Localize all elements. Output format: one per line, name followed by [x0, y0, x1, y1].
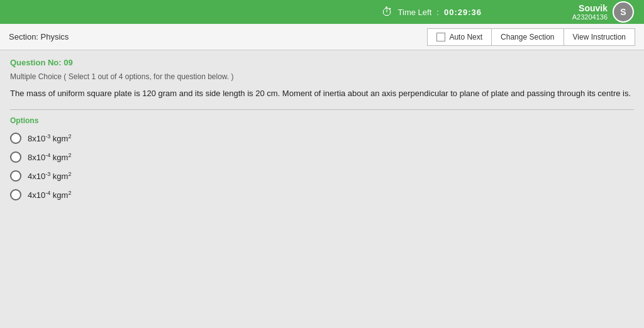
- main-content: Question No: 09 Multiple Choice ( Select…: [0, 50, 644, 328]
- option-text-4: 4x10-4 kgm2: [28, 190, 71, 200]
- auto-next-button[interactable]: Auto Next: [427, 28, 492, 46]
- options-container: 8x10-3 kgm28x10-4 kgm24x10-3 kgm24x10-4 …: [10, 133, 634, 200]
- question-type: Multiple Choice ( Select 1 out of 4 opti…: [10, 72, 634, 81]
- question-number: Question No: 09: [10, 58, 634, 67]
- change-section-button[interactable]: Change Section: [492, 28, 564, 46]
- option-item-4[interactable]: 4x10-4 kgm2: [10, 189, 634, 200]
- divider: [10, 109, 634, 110]
- radio-button-2[interactable]: [10, 151, 21, 163]
- user-name: Souvik: [572, 3, 608, 13]
- option-text-2: 8x10-4 kgm2: [28, 152, 71, 162]
- radio-button-4[interactable]: [10, 189, 21, 200]
- timer-separator: :: [436, 8, 439, 17]
- avatar: S: [613, 1, 634, 23]
- timer-section: ⏱ Time Left : 00:29:36: [291, 6, 572, 19]
- timer-value: 00:29:36: [444, 8, 482, 17]
- user-id: A23204136: [572, 13, 608, 21]
- top-header: ⏱ Time Left : 00:29:36 Souvik A23204136 …: [0, 0, 644, 24]
- view-instruction-button[interactable]: View Instruction: [564, 28, 636, 46]
- section-label: Section: Physics: [9, 32, 69, 41]
- timer-label: Time Left: [398, 8, 432, 17]
- section-bar: Section: Physics Auto Next Change Sectio…: [0, 24, 644, 50]
- auto-next-checkbox[interactable]: [436, 33, 445, 41]
- option-text-1: 8x10-3 kgm2: [28, 133, 71, 143]
- question-text: The mass of uniform square plate is 120 …: [10, 87, 634, 101]
- user-section: Souvik A23204136 S: [572, 1, 634, 23]
- option-text-3: 4x10-3 kgm2: [28, 171, 71, 181]
- options-label: Options: [10, 116, 634, 125]
- option-item-1[interactable]: 8x10-3 kgm2: [10, 133, 634, 144]
- auto-next-label: Auto Next: [449, 33, 482, 41]
- timer-icon: ⏱: [382, 6, 393, 19]
- radio-button-3[interactable]: [10, 170, 21, 182]
- radio-button-1[interactable]: [10, 133, 21, 144]
- option-item-3[interactable]: 4x10-3 kgm2: [10, 170, 634, 182]
- section-actions: Auto Next Change Section View Instructio…: [427, 28, 635, 46]
- option-item-2[interactable]: 8x10-4 kgm2: [10, 151, 634, 163]
